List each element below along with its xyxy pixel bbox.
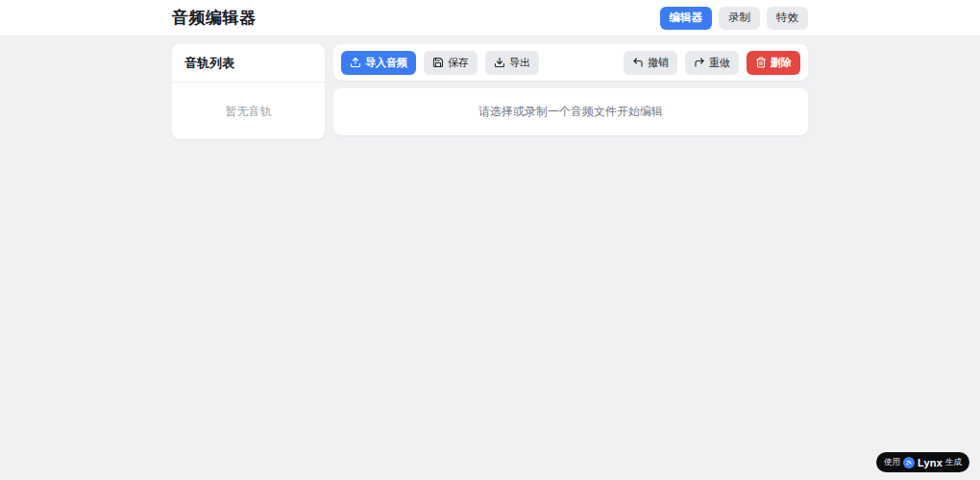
redo-button[interactable]: 重做	[685, 51, 739, 75]
badge-brand: Lynx	[918, 457, 943, 468]
toolbar: 导入音频 保存 导出	[333, 44, 808, 81]
save-button[interactable]: 保存	[424, 51, 478, 75]
save-label: 保存	[448, 56, 469, 70]
header-tabs: 编辑器 录制 特效	[660, 7, 809, 30]
export-button[interactable]: 导出	[485, 51, 539, 75]
track-list-panel: 音轨列表 暂无音轨	[172, 44, 325, 139]
tab-record[interactable]: 录制	[719, 7, 760, 30]
editor-empty-state: 请选择或录制一个音频文件开始编辑	[333, 88, 808, 135]
tab-editor[interactable]: 编辑器	[660, 7, 713, 30]
editor-column: 导入音频 保存 导出	[333, 44, 808, 139]
main-area: 音轨列表 暂无音轨 导入音频 保存	[172, 44, 808, 139]
app-title: 音频编辑器	[172, 7, 257, 29]
badge-prefix: 使用	[884, 457, 900, 468]
header-inner: 音频编辑器 编辑器 录制 特效	[172, 0, 808, 36]
lynx-logo-icon	[903, 457, 915, 468]
undo-button[interactable]: 撤销	[624, 51, 677, 75]
import-audio-label: 导入音频	[365, 56, 407, 70]
export-label: 导出	[509, 56, 530, 70]
upload-icon	[350, 57, 361, 68]
save-icon	[432, 57, 444, 68]
trash-icon	[755, 57, 767, 68]
track-list-title: 音轨列表	[172, 44, 325, 83]
download-icon	[494, 57, 505, 68]
editor-empty-text: 请选择或录制一个音频文件开始编辑	[478, 104, 663, 120]
badge-suffix: 生成	[945, 457, 962, 468]
delete-label: 删除	[771, 56, 792, 70]
track-list-empty-text: 暂无音轨	[172, 83, 325, 140]
undo-icon	[632, 57, 644, 68]
redo-label: 重做	[709, 56, 730, 70]
tab-effects[interactable]: 特效	[767, 7, 808, 30]
toolbar-right-group: 撤销 重做 删除	[624, 51, 800, 75]
delete-button[interactable]: 删除	[747, 51, 800, 75]
toolbar-left-group: 导入音频 保存 导出	[341, 51, 539, 75]
redo-icon	[694, 57, 705, 68]
undo-label: 撤销	[648, 56, 669, 70]
header: 音频编辑器 编辑器 录制 特效	[0, 0, 980, 36]
import-audio-button[interactable]: 导入音频	[341, 51, 416, 75]
lynx-badge[interactable]: 使用 Lynx 生成	[876, 452, 969, 472]
